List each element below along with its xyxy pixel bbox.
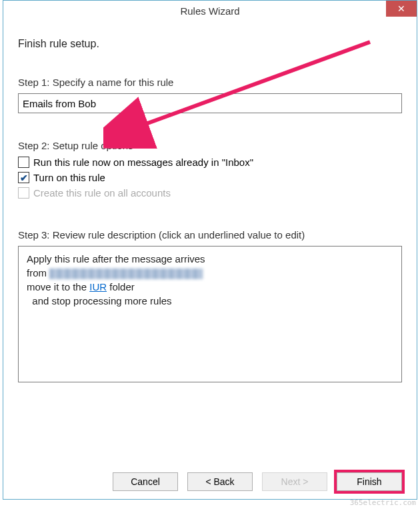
rule-description-box: Apply this rule after the message arrive… — [18, 246, 402, 382]
option-run-now-label: Run this rule now on messages already in… — [33, 157, 253, 168]
desc-line2: from — [27, 266, 393, 280]
titlebar: Rules Wizard ✕ — [3, 1, 417, 22]
watermark-text: 365electric.com — [350, 498, 416, 507]
step1-label: Step 1: Specify a name for this rule — [18, 77, 402, 88]
option-turn-on-checkbox[interactable]: ✔ — [18, 172, 29, 183]
option-all-accounts-row: Create this rule on all accounts — [18, 187, 402, 199]
option-turn-on-label: Turn on this rule — [33, 172, 105, 183]
option-run-now-row: Run this rule now on messages already in… — [18, 157, 402, 168]
checkmark-icon: ✔ — [20, 173, 28, 183]
desc-line3: move it to the IUR folder — [27, 280, 393, 294]
rules-wizard-window: Rules Wizard ✕ Finish rule setup. Step 1… — [3, 0, 417, 500]
wizard-button-row: Cancel < Back Next > Finish — [3, 472, 417, 491]
desc-from-value-redacted[interactable] — [49, 268, 203, 279]
finish-button[interactable]: Finish — [337, 472, 402, 491]
cancel-button[interactable]: Cancel — [113, 472, 178, 491]
desc-folder-link[interactable]: IUR — [89, 281, 107, 292]
desc-line4: and stop processing more rules — [27, 294, 393, 308]
wizard-content: Finish rule setup. Step 1: Specify a nam… — [3, 22, 417, 389]
option-all-accounts-label: Create this rule on all accounts — [33, 187, 171, 199]
close-button[interactable]: ✕ — [386, 1, 417, 17]
page-heading: Finish rule setup. — [18, 38, 402, 50]
step3-label: Step 3: Review rule description (click a… — [18, 229, 402, 241]
close-icon: ✕ — [397, 3, 405, 14]
rule-name-input[interactable] — [18, 93, 402, 113]
desc-line1: Apply this rule after the message arrive… — [27, 252, 393, 266]
back-button[interactable]: < Back — [187, 472, 253, 491]
option-turn-on-row: ✔ Turn on this rule — [18, 172, 402, 183]
option-run-now-checkbox[interactable] — [18, 157, 29, 168]
window-title: Rules Wizard — [180, 5, 239, 17]
next-button: Next > — [262, 472, 327, 491]
step2-label: Step 2: Setup rule options — [18, 140, 402, 151]
option-all-accounts-checkbox — [18, 187, 29, 199]
